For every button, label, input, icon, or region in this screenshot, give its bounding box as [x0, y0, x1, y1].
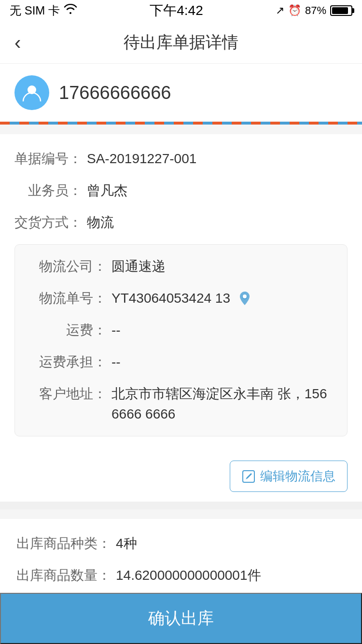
confirm-btn-container: 确认出库: [0, 593, 362, 644]
document-no-row: 单据编号： SA-20191227-001: [14, 149, 348, 169]
freight-value: --: [111, 320, 333, 340]
freight-row: 运费： --: [29, 320, 333, 340]
logistics-company-row: 物流公司： 圆通速递: [29, 256, 333, 277]
tracking-no-row: 物流单号： YT43064053424 13: [29, 288, 333, 308]
alarm-icon: ⏰: [288, 4, 301, 17]
salesman-label: 业务员：: [14, 181, 82, 201]
tracking-no-value: YT43064053424 13: [111, 288, 333, 308]
goods-type-label: 出库商品种类：: [14, 533, 111, 554]
edit-logistics-row: 编辑物流信息: [0, 451, 362, 502]
goods-quantity-label: 出库商品数量：: [14, 565, 111, 586]
logistics-card: 物流公司： 圆通速递 物流单号： YT43064053424 13 运费： --…: [14, 244, 348, 436]
battery-percent: 87%: [305, 4, 326, 17]
basic-info-section: 单据编号： SA-20191227-001 业务员： 曾凡杰 交货方式： 物流 …: [0, 134, 362, 451]
edit-icon: [242, 470, 255, 483]
status-time: 下午4:42: [150, 1, 203, 20]
confirm-button[interactable]: 确认出库: [0, 593, 362, 644]
document-no-value: SA-20191227-001: [87, 149, 348, 169]
logistics-company-value: 圆通速递: [111, 256, 333, 277]
status-right: ↗ ⏰ 87%: [276, 4, 352, 17]
freight-bearer-value: --: [111, 352, 333, 372]
battery-icon: [330, 5, 352, 16]
page-title: 待出库单据详情: [124, 31, 238, 54]
salesman-row: 业务员： 曾凡杰: [14, 181, 348, 201]
freight-bearer-label: 运费承担：: [29, 352, 107, 372]
status-left: 无 SIM 卡: [10, 3, 77, 18]
back-button[interactable]: ‹: [14, 33, 21, 52]
delivery-method-label: 交货方式：: [14, 212, 82, 233]
svg-point-2: [243, 294, 247, 298]
tracking-location-icon: [236, 290, 253, 307]
customer-header: 17666666666: [0, 64, 362, 122]
freight-label: 运费：: [29, 320, 107, 340]
customer-phone: 17666666666: [59, 83, 171, 103]
goods-type-value: 4种: [116, 533, 348, 554]
tracking-no-label: 物流单号：: [29, 288, 107, 308]
goods-section: 出库商品种类： 4种 出库商品数量： 14.620000000000001件: [0, 519, 362, 600]
nav-bar: ‹ 待出库单据详情: [0, 21, 362, 64]
goods-quantity-value: 14.620000000000001件: [116, 565, 348, 586]
address-value: 北京市市辖区海淀区永丰南 张，156 6666 6666: [111, 384, 333, 424]
dashed-divider: [0, 122, 362, 125]
delivery-method-row: 交货方式： 物流: [14, 212, 348, 233]
section-divider: [0, 502, 362, 509]
status-bar: 无 SIM 卡 下午4:42 ↗ ⏰ 87%: [0, 0, 362, 21]
edit-logistics-button[interactable]: 编辑物流信息: [230, 461, 348, 492]
freight-bearer-row: 运费承担： --: [29, 352, 333, 372]
goods-type-row: 出库商品种类： 4种: [14, 533, 348, 554]
location-status-icon: ↗: [276, 4, 284, 17]
delivery-method-value: 物流: [87, 212, 348, 233]
address-row: 客户地址： 北京市市辖区海淀区永丰南 张，156 6666 6666: [29, 384, 333, 424]
carrier-label: 无 SIM 卡: [10, 3, 60, 18]
goods-quantity-row: 出库商品数量： 14.620000000000001件: [14, 565, 348, 586]
salesman-value: 曾凡杰: [87, 181, 348, 201]
wifi-icon: [64, 4, 77, 17]
logistics-company-label: 物流公司：: [29, 256, 107, 277]
address-label: 客户地址：: [29, 384, 107, 404]
avatar: [14, 75, 49, 110]
document-no-label: 单据编号：: [14, 149, 82, 169]
